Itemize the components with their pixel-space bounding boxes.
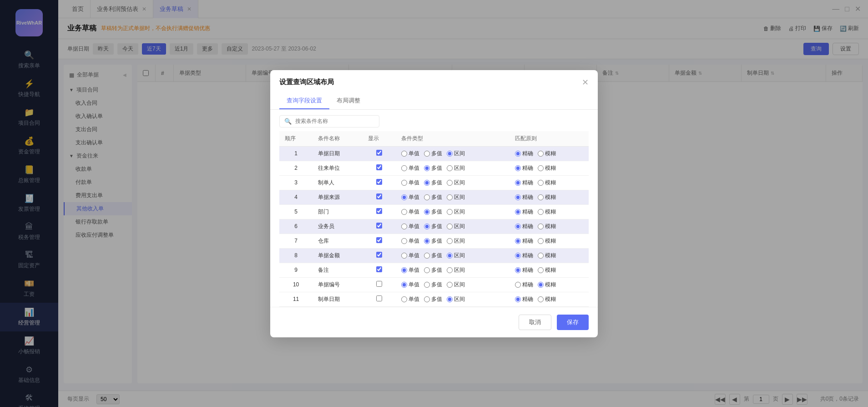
radio-match-精确[interactable]: 精确 xyxy=(515,223,533,230)
radio-cond-区间[interactable]: 区间 xyxy=(447,237,465,245)
radio-cond-多值[interactable]: 多值 xyxy=(424,237,442,245)
cell-show xyxy=(363,175,396,190)
radio-cond-单值[interactable]: 单值 xyxy=(401,223,419,230)
dialog-search: 🔍 xyxy=(270,110,598,131)
cell-cond-type: 单值多值区间 xyxy=(396,292,510,306)
radio-cond-区间[interactable]: 区间 xyxy=(447,252,465,259)
cell-show xyxy=(363,146,396,161)
radio-match-精确[interactable]: 精确 xyxy=(515,266,533,274)
cell-match-rule: 精确模糊 xyxy=(510,190,589,204)
table-row: 6业务员单值多值区间精确模糊 xyxy=(279,219,589,234)
tab-layout[interactable]: 布局调整 xyxy=(329,93,368,109)
radio-match-模糊[interactable]: 模糊 xyxy=(538,208,556,216)
radio-cond-单值[interactable]: 单值 xyxy=(401,179,419,187)
radio-cond-多值[interactable]: 多值 xyxy=(424,150,442,158)
radio-cond-单值[interactable]: 单值 xyxy=(401,193,419,201)
show-checkbox[interactable] xyxy=(376,164,382,170)
radio-cond-多值[interactable]: 多值 xyxy=(424,252,442,259)
table-row: 10单据编号单值多值区间精确模糊 xyxy=(279,277,589,292)
cell-show xyxy=(363,234,396,248)
radio-match-精确[interactable]: 精确 xyxy=(515,179,533,187)
show-checkbox[interactable] xyxy=(376,295,382,301)
cell-show xyxy=(363,204,396,219)
radio-match-精确[interactable]: 精确 xyxy=(515,295,533,303)
radio-cond-区间[interactable]: 区间 xyxy=(447,208,465,216)
radio-cond-区间[interactable]: 区间 xyxy=(447,193,465,201)
show-checkbox[interactable] xyxy=(376,281,382,287)
show-checkbox[interactable] xyxy=(376,208,382,214)
radio-match-精确[interactable]: 精确 xyxy=(515,252,533,259)
radio-cond-单值[interactable]: 单值 xyxy=(401,237,419,245)
radio-cond-多值[interactable]: 多值 xyxy=(424,266,442,274)
radio-cond-多值[interactable]: 多值 xyxy=(424,193,442,201)
radio-match-精确[interactable]: 精确 xyxy=(515,164,533,172)
cell-match-rule: 精确模糊 xyxy=(510,292,589,306)
show-checkbox[interactable] xyxy=(376,266,382,272)
show-checkbox[interactable] xyxy=(376,193,382,199)
cell-name: 部门 xyxy=(313,204,363,219)
search-icon: 🔍 xyxy=(284,118,292,125)
cell-match-rule: 精确模糊 xyxy=(510,219,589,234)
cell-match-rule: 精确模糊 xyxy=(510,175,589,190)
table-row: 11制单日期单值多值区间精确模糊 xyxy=(279,292,589,306)
radio-match-模糊[interactable]: 模糊 xyxy=(538,266,556,274)
radio-match-模糊[interactable]: 模糊 xyxy=(538,150,556,158)
radio-match-模糊[interactable]: 模糊 xyxy=(538,252,556,259)
radio-match-模糊[interactable]: 模糊 xyxy=(538,164,556,172)
radio-cond-区间[interactable]: 区间 xyxy=(447,295,465,303)
radio-cond-单值[interactable]: 单值 xyxy=(401,164,419,172)
dialog-close-button[interactable]: ✕ xyxy=(582,77,589,87)
radio-match-精确[interactable]: 精确 xyxy=(515,150,533,158)
show-checkbox[interactable] xyxy=(376,223,382,229)
radio-match-精确[interactable]: 精确 xyxy=(515,281,533,289)
radio-match-模糊[interactable]: 模糊 xyxy=(538,281,556,289)
cancel-button[interactable]: 取消 xyxy=(519,315,551,330)
dialog-save-button[interactable]: 保存 xyxy=(557,315,589,330)
th-cond-name: 条件名称 xyxy=(313,131,363,147)
show-checkbox[interactable] xyxy=(376,252,382,258)
radio-cond-多值[interactable]: 多值 xyxy=(424,164,442,172)
radio-cond-区间[interactable]: 区间 xyxy=(447,164,465,172)
radio-cond-多值[interactable]: 多值 xyxy=(424,295,442,303)
table-row: 4单据来源单值多值区间精确模糊 xyxy=(279,190,589,204)
radio-cond-区间[interactable]: 区间 xyxy=(447,179,465,187)
radio-cond-单值[interactable]: 单值 xyxy=(401,208,419,216)
radio-cond-多值[interactable]: 多值 xyxy=(424,208,442,216)
dialog-header: 设置查询区域布局 ✕ xyxy=(270,70,598,87)
radio-cond-区间[interactable]: 区间 xyxy=(447,150,465,158)
radio-cond-区间[interactable]: 区间 xyxy=(447,223,465,230)
settings-table: 顺序 条件名称 显示 条件类型 匹配原则 1单据日期单值多值区间精确模糊2往来单… xyxy=(279,131,589,307)
radio-cond-单值[interactable]: 单值 xyxy=(401,281,419,289)
cell-cond-type: 单值多值区间 xyxy=(396,204,510,219)
cell-name: 业务员 xyxy=(313,219,363,234)
radio-cond-多值[interactable]: 多值 xyxy=(424,281,442,289)
radio-match-精确[interactable]: 精确 xyxy=(515,208,533,216)
show-checkbox[interactable] xyxy=(376,179,382,185)
cell-cond-type: 单值多值区间 xyxy=(396,234,510,248)
cell-order: 2 xyxy=(279,161,313,175)
radio-cond-单值[interactable]: 单值 xyxy=(401,295,419,303)
radio-cond-单值[interactable]: 单值 xyxy=(401,150,419,158)
cell-order: 4 xyxy=(279,190,313,204)
dialog-search-input[interactable] xyxy=(295,118,374,124)
cell-cond-type: 单值多值区间 xyxy=(396,248,510,263)
radio-match-模糊[interactable]: 模糊 xyxy=(538,193,556,201)
radio-match-模糊[interactable]: 模糊 xyxy=(538,223,556,230)
radio-match-模糊[interactable]: 模糊 xyxy=(538,295,556,303)
radio-cond-区间[interactable]: 区间 xyxy=(447,281,465,289)
cell-order: 3 xyxy=(279,175,313,190)
show-checkbox[interactable] xyxy=(376,237,382,243)
radio-cond-单值[interactable]: 单值 xyxy=(401,252,419,259)
radio-match-模糊[interactable]: 模糊 xyxy=(538,179,556,187)
radio-cond-单值[interactable]: 单值 xyxy=(401,266,419,274)
radio-cond-多值[interactable]: 多值 xyxy=(424,179,442,187)
radio-cond-多值[interactable]: 多值 xyxy=(424,223,442,230)
radio-match-模糊[interactable]: 模糊 xyxy=(538,237,556,245)
cell-name: 单据日期 xyxy=(313,146,363,161)
radio-match-精确[interactable]: 精确 xyxy=(515,237,533,245)
show-checkbox[interactable] xyxy=(376,150,382,156)
radio-match-精确[interactable]: 精确 xyxy=(515,193,533,201)
radio-cond-区间[interactable]: 区间 xyxy=(447,266,465,274)
cell-show xyxy=(363,161,396,175)
tab-fields[interactable]: 查询字段设置 xyxy=(279,93,329,109)
